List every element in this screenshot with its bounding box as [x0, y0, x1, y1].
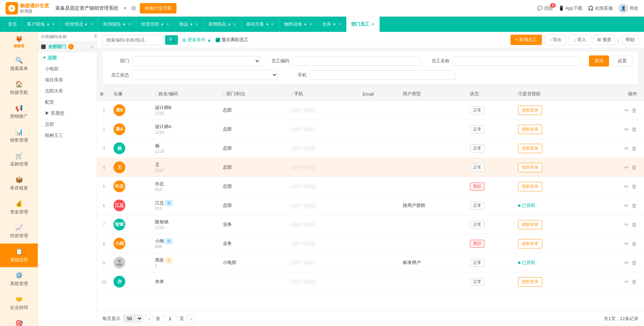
nav-home[interactable]: 首页	[3, 17, 22, 32]
phone-input[interactable]	[309, 70, 455, 80]
dept-item-zongbu2[interactable]: 总部	[38, 119, 97, 130]
experience-btn[interactable]: 体验行业方案	[140, 3, 176, 14]
row-name: 亦来	[152, 272, 220, 291]
next-page-btn[interactable]: ›	[187, 315, 194, 323]
delete-btn[interactable]: 🗑	[630, 126, 638, 133]
nav-system[interactable]: ⚙️ 系统管理	[0, 267, 38, 291]
nav-sales[interactable]: 📊 销售管理	[0, 124, 38, 148]
delete-btn[interactable]: 🗑	[630, 164, 638, 171]
reset-btn[interactable]: 设置	[612, 55, 633, 67]
auth-login-btn[interactable]: 授权登录	[518, 277, 542, 287]
delete-btn[interactable]: 🗑	[630, 107, 638, 114]
dept-item-zhishu[interactable]: 植树王三	[38, 130, 97, 141]
delete-btn[interactable]: 🗑	[630, 145, 638, 152]
nav-guide[interactable]: 🎯 新手引导	[0, 315, 38, 326]
show-archived-checkbox[interactable]	[216, 38, 220, 42]
dept-search-input[interactable]	[41, 34, 93, 39]
avatar-circle: 王	[114, 161, 125, 173]
dept-item-shuanglu[interactable]: ▶ 双鹿想	[38, 108, 97, 119]
help-btn[interactable]: 帮助	[622, 35, 638, 45]
search-btn[interactable]: 🔍	[165, 35, 178, 45]
emp-code-input[interactable]	[292, 56, 420, 66]
nav-profit[interactable]: 利润报告 ▼✕	[98, 17, 136, 32]
add-employee-btn[interactable]: + 新增员工	[510, 35, 542, 45]
dept-select[interactable]	[132, 56, 260, 66]
delete-btn[interactable]: 🗑	[630, 278, 638, 286]
auth-login-btn[interactable]: 授权登录	[518, 106, 542, 115]
auth-login-btn[interactable]: 授权登录	[518, 125, 542, 134]
dept-collapse-btn[interactable]: «	[91, 44, 94, 50]
nav-cooperation[interactable]: 🤝 企业协同	[0, 291, 38, 315]
nav-bom[interactable]: 物料清单 ▼✕	[279, 17, 317, 32]
auth-login-btn[interactable]: 授权登录	[518, 182, 542, 191]
edit-btn[interactable]: ✏	[623, 183, 630, 191]
edit-btn[interactable]: ✏	[623, 278, 630, 286]
auth-login-btn[interactable]: 授权登录	[518, 163, 542, 172]
auth-login-btn[interactable]: 授权登录	[518, 239, 542, 248]
row-auth: 授权登录	[515, 101, 587, 120]
dept-item-shenyang[interactable]: 沈阳大库	[38, 86, 97, 97]
edit-btn[interactable]: ✏	[623, 106, 630, 114]
nav-marketing[interactable]: 📢 营销推广	[0, 100, 38, 124]
dept-item-xiangmu[interactable]: 项目库房	[38, 74, 97, 86]
export-btn[interactable]: ↑ 导出	[545, 35, 566, 45]
user-item[interactable]: 👤 用友	[618, 3, 638, 13]
auth-login-btn[interactable]: 授权登录	[518, 220, 542, 229]
nav-inventory[interactable]: 📦 库存核算	[0, 172, 38, 196]
dept-add-icon[interactable]: +	[68, 44, 74, 50]
nav-operation[interactable]: 经营情况 ▼✕	[60, 17, 98, 32]
nav-warehouse[interactable]: 仓库 ▼✕	[317, 17, 346, 32]
app-download-item[interactable]: 📱 App下载	[559, 5, 582, 11]
view-btn[interactable]: ⊞ 视景	[593, 35, 615, 45]
nav-customer[interactable]: 客户联络 ▼✕	[22, 17, 60, 32]
row-email	[360, 272, 400, 291]
auth-login-btn[interactable]: 授权登录	[518, 144, 542, 153]
edit-btn[interactable]: ✏	[623, 221, 630, 229]
nav-basic-info[interactable]: 📋 基础信息	[0, 244, 38, 267]
delete-btn[interactable]: 🗑	[630, 240, 638, 248]
emp-name-input[interactable]	[452, 56, 581, 66]
show-archived-label[interactable]: 显示离职员工	[216, 37, 248, 43]
emp-name-field: 员工名称	[429, 56, 581, 66]
import-btn[interactable]: ↓ 导入	[569, 35, 591, 45]
help-separator: |	[618, 37, 619, 43]
page-number-input[interactable]	[163, 315, 177, 322]
nav-purchase[interactable]: 🛒 采购管理	[0, 148, 38, 172]
row-avatar: 唐A	[111, 120, 152, 139]
edit-btn[interactable]: ✏	[623, 240, 630, 248]
per-page-select[interactable]: 50 100	[123, 315, 143, 323]
edit-btn[interactable]: ✏	[623, 259, 630, 267]
delete-btn[interactable]: 🗑	[630, 183, 638, 191]
more-conditions-btn[interactable]: ⊞ 更多条件 ▲	[182, 37, 211, 43]
prev-page-btn[interactable]: ‹	[145, 315, 153, 323]
settings-button[interactable]: ⚙	[131, 5, 136, 12]
row-index: 6	[97, 196, 111, 215]
nav-quick-nav[interactable]: 🏠 快捷导航	[0, 76, 38, 100]
dept-item-xiaodian[interactable]: 小电部	[38, 63, 97, 74]
employee-search-input[interactable]	[103, 36, 165, 44]
nav-search-menu[interactable]: 🔍 搜索菜单	[0, 52, 38, 76]
delete-btn[interactable]: 🗑	[630, 259, 638, 267]
page-first-label: 首	[156, 316, 160, 322]
nav-finance[interactable]: 💰 资金管理	[0, 196, 38, 220]
nav-business[interactable]: 📈 经营管理	[0, 220, 38, 244]
edit-btn[interactable]: ✏	[623, 144, 630, 152]
nav-history[interactable]: 经营历程 ▼✕	[136, 17, 174, 32]
nav-employee[interactable]: 部门员工 ✕	[346, 17, 380, 32]
row-auth: 授权登录	[515, 215, 587, 234]
row-user-type: 标准用户	[400, 253, 467, 272]
message-item[interactable]: 💬 消息 6	[537, 5, 553, 11]
delete-btn[interactable]: 🗑	[630, 202, 638, 210]
query-btn[interactable]: 查询	[589, 55, 609, 67]
nav-goods[interactable]: 商品 ▼✕	[174, 17, 203, 32]
dept-item-zongbu[interactable]: ▼ 总部	[38, 52, 97, 63]
dept-item-peihuo[interactable]: 配货	[38, 97, 97, 108]
status-select[interactable]	[132, 70, 278, 80]
edit-btn[interactable]: ✏	[623, 125, 630, 133]
edit-btn[interactable]: ✏	[623, 202, 630, 210]
nav-new-goods[interactable]: 新增商品 ▼✕	[203, 17, 242, 32]
edit-btn[interactable]: ✏	[623, 164, 630, 171]
online-service-item[interactable]: 🎧 在线客服	[588, 5, 613, 11]
nav-barcode[interactable]: 条码方案 ▼✕	[241, 17, 279, 32]
delete-btn[interactable]: 🗑	[630, 221, 638, 229]
